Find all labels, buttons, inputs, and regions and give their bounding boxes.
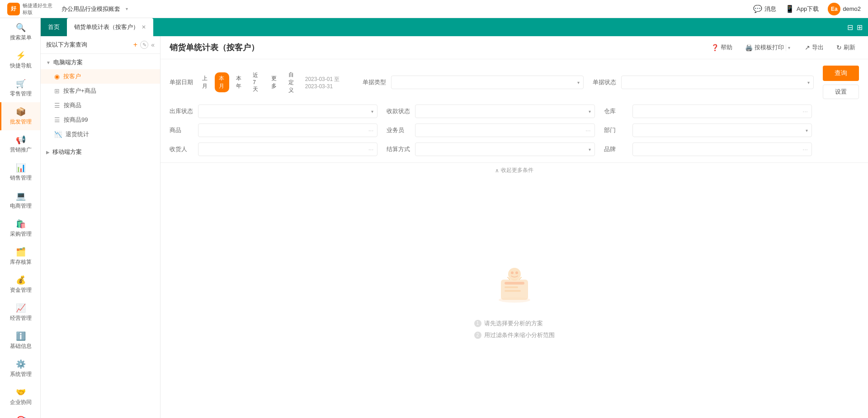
sidebar-item-ecommerce[interactable]: 💻 电商管理 <box>0 186 40 214</box>
query-button[interactable]: 查询 <box>823 66 859 81</box>
sales-icon: 📊 <box>16 163 26 173</box>
date-btn-this-year[interactable]: 本年 <box>232 72 246 92</box>
sidebar: 🔍 搜索菜单 ⚡ 快捷导航 🛒 零售管理 📦 批发管理 📢 营销推广 📊 销售管… <box>0 18 41 418</box>
filter-date: 单据日期 上月 本月 本年 近7天 更多 自定义 2023-03-01 至 20… <box>170 69 354 96</box>
doc-type-label: 单据类型 <box>363 78 387 86</box>
warehouse-label: 仓库 <box>604 107 629 115</box>
doc-type-select[interactable]: ▾ <box>391 76 584 89</box>
scheme-group-desktop-header[interactable]: ▼ 电脑端方案 <box>41 56 160 69</box>
sidebar-item-quicknav[interactable]: ⚡ 快捷导航 <box>0 46 40 74</box>
add-scheme-icon[interactable]: + <box>133 41 137 49</box>
app-download-action[interactable]: 📱 App下载 <box>785 5 819 13</box>
goods-dots[interactable]: ··· <box>368 127 374 134</box>
sidebar-item-wholesale[interactable]: 📦 批发管理 <box>0 102 40 130</box>
receipt-status-select[interactable]: ▾ <box>415 104 594 118</box>
bar-chart-icon: 📉 <box>54 131 62 138</box>
filter-brand: 品牌 ··· <box>604 142 812 156</box>
print-button[interactable]: 🖨️ 按模板打印 ▾ <box>741 42 796 53</box>
message-action[interactable]: 💬 消息 <box>753 5 776 13</box>
top-header: 好 畅捷通好生意 标版 办公用品行业模拟账套 ▾ 💬 消息 📱 App下载 Ea… <box>0 0 868 18</box>
brand-select[interactable]: ··· <box>632 142 812 156</box>
filter-area: 单据日期 上月 本月 本年 近7天 更多 自定义 2023-03-01 至 20… <box>160 59 868 162</box>
logo-area: 好 畅捷通好生意 标版 <box>7 2 52 15</box>
content-area: 按以下方案查询 + ✎ « ▼ 电脑端方案 ◉ 按客户 <box>41 36 868 418</box>
consignee-select[interactable]: ··· <box>198 142 377 156</box>
doc-status-select[interactable]: ▾ <box>621 76 814 89</box>
sidebar-item-retail[interactable]: 🛒 零售管理 <box>0 74 40 102</box>
sidebar-item-finance[interactable]: 💰 资金管理 <box>0 271 40 299</box>
sidebar-item-purchase[interactable]: 🛍️ 采购管理 <box>0 214 40 242</box>
out-status-select[interactable]: ▾ <box>198 104 377 118</box>
svg-rect-2 <box>505 282 524 285</box>
guide-icon: 🎯 <box>16 415 26 418</box>
edit-scheme-icon[interactable]: ✎ <box>140 41 148 49</box>
app-dropdown-arrow[interactable]: ▾ <box>126 6 128 11</box>
sidebar-item-guide[interactable]: 🎯 新手引导 <box>0 411 40 418</box>
print-dropdown-arrow[interactable]: ▾ <box>786 44 792 51</box>
scheme-item-by-customer[interactable]: ◉ 按客户 <box>41 69 160 84</box>
warehouse-select[interactable]: ··· <box>632 104 812 118</box>
tab-close-icon[interactable]: ✕ <box>142 24 146 30</box>
date-btn-this-month[interactable]: 本月 <box>215 72 229 92</box>
salesperson-dots[interactable]: ··· <box>585 127 591 134</box>
wholesale-icon: 📦 <box>16 107 26 117</box>
sidebar-item-enterprise[interactable]: 🤝 企业协同 <box>0 383 40 411</box>
scheme-item-customer-goods[interactable]: ⊞ 按客户+商品 <box>41 84 160 98</box>
date-btn-7days[interactable]: 近7天 <box>249 69 264 95</box>
sidebar-item-sales[interactable]: 📊 销售管理 <box>0 158 40 186</box>
filter-row-4: 收货人 ··· 结算方式 ▾ <box>170 142 859 156</box>
dept-select[interactable]: ▾ <box>632 124 812 137</box>
salesperson-label: 业务员 <box>387 126 411 134</box>
sidebar-item-marketing[interactable]: 📢 营销推广 <box>0 130 40 158</box>
empty-illustration <box>487 257 542 311</box>
sidebar-item-basic[interactable]: ℹ️ 基础信息 <box>0 327 40 355</box>
scheme-item-goods99[interactable]: ☰ 按商品99 <box>41 113 160 127</box>
doc-status-arrow: ▾ <box>807 80 810 85</box>
sidebar-item-search[interactable]: 🔍 搜索菜单 <box>0 18 40 46</box>
doc-status-label: 单据状态 <box>593 78 618 86</box>
print-icon: 🖨️ <box>745 44 753 51</box>
refresh-button[interactable]: ↻ 刷新 <box>833 42 859 53</box>
filter-goods: 商品 ··· <box>170 124 377 137</box>
svg-rect-4 <box>505 290 521 292</box>
scheme-item-by-goods[interactable]: ☰ 按商品 <box>41 98 160 113</box>
salesperson-select[interactable]: ··· <box>415 124 594 137</box>
sidebar-item-inventory[interactable]: 🗂️ 库存核算 <box>0 242 40 271</box>
export-button[interactable]: ↗ 导出 <box>801 42 827 53</box>
collapse-bar[interactable]: ∧ 收起更多条件 <box>160 162 868 178</box>
svg-rect-3 <box>505 286 518 288</box>
minimize-icon[interactable]: ⊟ <box>847 23 853 32</box>
scheme-item-return-stat[interactable]: 📉 退货统计 <box>41 127 160 142</box>
sidebar-item-business[interactable]: 📈 经营管理 <box>0 299 40 327</box>
svg-point-7 <box>515 271 518 274</box>
search-icon: 🔍 <box>16 23 26 33</box>
warehouse-dots[interactable]: ··· <box>802 108 808 115</box>
dept-label: 部门 <box>604 126 629 134</box>
list-icon: ☰ <box>54 102 60 109</box>
consignee-dots[interactable]: ··· <box>368 146 374 153</box>
sidebar-item-system[interactable]: ⚙️ 系统管理 <box>0 355 40 383</box>
filter-row-1: 单据日期 上月 本月 本年 近7天 更多 自定义 2023-03-01 至 20… <box>170 66 859 99</box>
empty-hint-2: 2 用过滤条件来缩小分析范围 <box>474 331 555 339</box>
settings-button[interactable]: 设置 <box>823 85 859 99</box>
expand-icon[interactable]: ⊞ <box>857 23 863 32</box>
tab-home[interactable]: 首页 <box>41 18 67 36</box>
date-btn-more[interactable]: 更多 <box>267 72 281 92</box>
settlement-select[interactable]: ▾ <box>415 142 594 156</box>
user-profile-action[interactable]: Ea demo2 <box>828 3 861 15</box>
date-btn-last-month[interactable]: 上月 <box>198 72 212 92</box>
date-btn-custom[interactable]: 自定义 <box>284 69 302 96</box>
page-header-actions: ❓ 帮助 🖨️ 按模板打印 ▾ ↗ 导出 <box>708 42 859 59</box>
help-button[interactable]: ❓ 帮助 <box>708 42 736 53</box>
tab-active[interactable]: 销货单统计表（按客户） ✕ <box>67 18 153 36</box>
scheme-group-mobile-header[interactable]: ▶ 移动端方案 <box>41 145 160 159</box>
empty-state: 1 请先选择要分析的方案 2 用过滤条件来缩小分析范围 <box>160 178 868 418</box>
basic-icon: ℹ️ <box>16 331 26 341</box>
page-header: 销货单统计表（按客户） ❓ 帮助 🖨️ 按模板打印 ▾ <box>160 36 868 59</box>
goods-select[interactable]: ··· <box>198 124 377 137</box>
brand-dots[interactable]: ··· <box>802 146 808 153</box>
finance-icon: 💰 <box>16 275 26 285</box>
collapse-panel-icon[interactable]: « <box>151 41 155 48</box>
brand-label: 品牌 <box>604 145 629 153</box>
avatar: Ea <box>828 3 840 15</box>
